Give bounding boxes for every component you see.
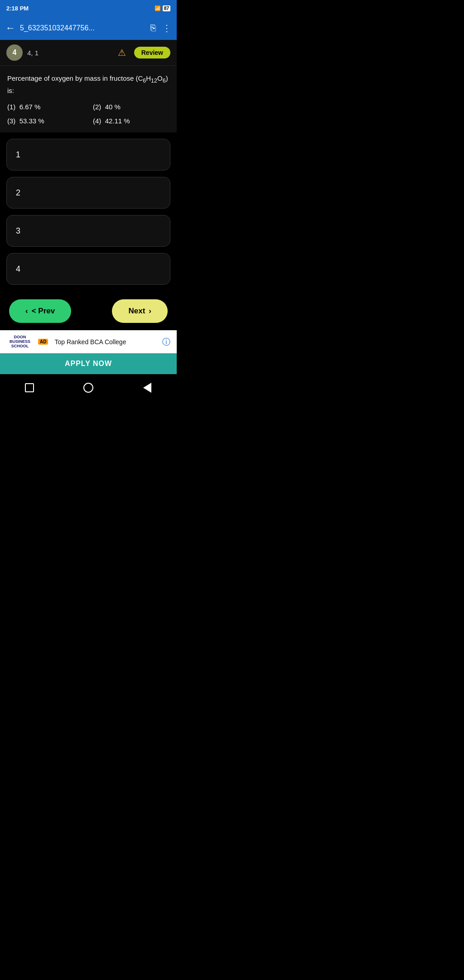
ad-banner: DOONBUSINESSSCHOOL AD Top Ranked BCA Col… <box>0 330 177 353</box>
prev-chevron-icon: ‹ <box>25 307 28 316</box>
system-nav-back[interactable] <box>139 380 155 396</box>
app-bar: ← 5_632351032447756... ⎘ ⋮ <box>0 16 177 40</box>
question-option-1: (1) 6.67 % <box>7 101 84 113</box>
app-bar-actions: ⎘ ⋮ <box>150 23 171 34</box>
ad-info-icon[interactable]: ⓘ <box>162 336 170 347</box>
status-time: 2:18 PM <box>6 5 29 12</box>
status-icons: 📶 87 <box>155 5 170 11</box>
system-nav-recents[interactable] <box>21 380 38 396</box>
question-option-4: (4) 42.11 % <box>93 115 169 127</box>
share-icon[interactable]: ⎘ <box>150 23 156 34</box>
next-button[interactable]: Next › <box>112 299 168 323</box>
apply-now-button[interactable]: APPLY NOW <box>0 353 177 374</box>
next-chevron-icon: › <box>149 307 151 316</box>
system-nav-bar <box>0 374 177 403</box>
system-nav-home[interactable] <box>80 380 97 396</box>
nav-buttons: ‹ < Prev Next › <box>0 291 177 330</box>
answer-option-4[interactable]: 4 <box>6 253 170 285</box>
ad-label: AD <box>38 339 48 345</box>
status-bar: 2:18 PM 📶 87 <box>0 0 177 16</box>
app-title: 5_632351032447756... <box>20 24 146 32</box>
prev-button[interactable]: ‹ < Prev <box>9 299 71 323</box>
review-button[interactable]: Review <box>134 47 170 59</box>
answer-option-1[interactable]: 1 <box>6 139 170 171</box>
battery-indicator: 87 <box>163 5 170 11</box>
back-button[interactable]: ← <box>5 23 15 33</box>
question-number-badge: 4 <box>6 44 23 61</box>
question-option-3: (3) 53.33 % <box>7 115 84 127</box>
ad-logo-text: DOONBUSINESSSCHOOL <box>10 335 30 349</box>
ad-text: Top Ranked BCA College <box>54 338 158 346</box>
signal-icon: 📶 <box>155 5 161 11</box>
answer-option-2[interactable]: 2 <box>6 177 170 209</box>
prev-label: < Prev <box>32 307 55 316</box>
warning-icon: ⚠ <box>118 47 126 58</box>
question-option-2: (2) 40 % <box>93 101 169 113</box>
more-options-icon[interactable]: ⋮ <box>162 23 171 34</box>
ad-logo: DOONBUSINESSSCHOOL <box>6 335 34 349</box>
answers-section: 1 2 3 4 <box>0 132 177 291</box>
question-sub-label: 4, 1 <box>27 49 39 57</box>
answer-option-3[interactable]: 3 <box>6 215 170 247</box>
question-options: (1) 6.67 % (2) 40 % (3) 53.33 % (4) 42.1… <box>7 101 169 127</box>
next-label: Next <box>128 307 145 316</box>
question-header: 4 4, 1 ⚠ Review <box>0 40 177 66</box>
question-text: Percentage of oxygen by mass in fructose… <box>7 73 169 96</box>
question-content: Percentage of oxygen by mass in fructose… <box>0 66 177 132</box>
